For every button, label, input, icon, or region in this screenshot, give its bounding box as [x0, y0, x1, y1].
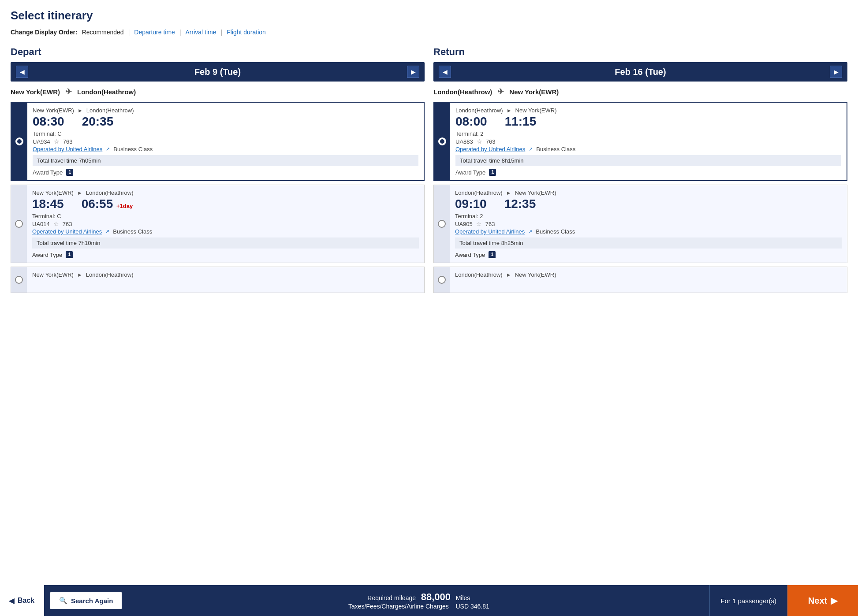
- mileage-value: 88,000: [421, 591, 451, 602]
- plane-icon: ✈: [65, 87, 72, 96]
- ret2-operated-link[interactable]: Operated by United Airlines: [455, 228, 525, 235]
- return-flight-3[interactable]: London(Heathrow) ► New York(EWR): [433, 267, 847, 293]
- depart-radio-3[interactable]: [15, 276, 23, 284]
- plane-icon: ✈: [497, 87, 504, 96]
- passenger-label: For 1 passenger(s): [720, 597, 776, 605]
- depart-radio-col-1: [11, 103, 27, 180]
- dep1-aircraft: 763: [63, 138, 73, 145]
- separator: |: [221, 29, 223, 36]
- dep2-travel-time: Total travel time 7h10min: [32, 237, 419, 249]
- ret1-award-type: Award Type 1: [455, 169, 841, 176]
- depart-next-date[interactable]: ▶: [407, 66, 419, 78]
- depart-flight-2-info: New York(EWR) ► London(Heathrow) 18:45 0…: [27, 185, 424, 263]
- ret2-flight-no: UA905: [455, 221, 473, 227]
- return-prev-date[interactable]: ◀: [439, 66, 451, 78]
- depart-flight-1-info: New York(EWR) ► London(Heathrow) 08:30 2…: [27, 103, 424, 180]
- footer-mileage: Required mileage 88,000 Miles Taxes/Fees…: [128, 591, 709, 610]
- dep2-award-badge: 1: [66, 251, 73, 258]
- return-date-nav: ◀ Feb 16 (Tue) ▶: [433, 62, 847, 82]
- depart-radio-col-3: [11, 267, 27, 293]
- next-label: Next: [808, 596, 827, 606]
- dep1-flight-no: UA934: [33, 138, 50, 145]
- ret1-arrive-time: 11:15: [505, 115, 537, 129]
- sort-arrival-time[interactable]: Arrival time: [186, 29, 216, 36]
- return-next-date[interactable]: ▶: [830, 66, 842, 78]
- next-button[interactable]: Next ▶: [787, 585, 858, 616]
- sort-flight-duration[interactable]: Flight duration: [227, 29, 266, 36]
- return-flight-3-route: London(Heathrow) ► New York(EWR): [455, 271, 842, 278]
- search-again-label: Search Again: [71, 597, 113, 605]
- dep1-operated: Operated by United Airlines ↗ Business C…: [33, 146, 418, 152]
- dep2-suffix: +1day: [116, 203, 133, 209]
- depart-flight-1[interactable]: New York(EWR) ► London(Heathrow) 08:30 2…: [11, 102, 425, 181]
- dep1-operated-link[interactable]: Operated by United Airlines: [33, 146, 102, 152]
- dep2-depart-time: 18:45: [32, 197, 64, 211]
- page-title: Select itinerary: [11, 9, 847, 22]
- dep2-dest: London(Heathrow): [86, 189, 134, 196]
- return-radio-3[interactable]: [438, 276, 446, 284]
- arrow-icon: ►: [507, 108, 512, 114]
- back-button[interactable]: ◀ Back: [0, 585, 44, 616]
- separator: |: [179, 29, 181, 36]
- ret1-class: Business Class: [536, 146, 575, 152]
- return-origin: London(Heathrow): [433, 88, 492, 96]
- ret1-operated-link[interactable]: Operated by United Airlines: [455, 146, 525, 152]
- depart-date: Feb 9 (Tue): [194, 67, 241, 77]
- depart-radio-col-2: [11, 185, 27, 263]
- back-arrow-icon: ◀: [9, 597, 14, 605]
- depart-route-bar: New York(EWR) ✈ London(Heathrow): [11, 85, 425, 98]
- ret1-travel-time: Total travel time 8h15min: [455, 155, 841, 166]
- ret2-award-badge: 1: [489, 251, 496, 258]
- return-flight-1-info: London(Heathrow) ► New York(EWR) 08:00 1…: [450, 103, 847, 180]
- return-date: Feb 16 (Tue): [615, 67, 666, 77]
- return-flight-1-times: 08:00 11:15: [455, 115, 841, 129]
- depart-flight-2[interactable]: New York(EWR) ► London(Heathrow) 18:45 0…: [11, 185, 425, 263]
- depart-radio-1[interactable]: [15, 137, 23, 145]
- arrow-icon: ►: [506, 190, 511, 196]
- mileage-unit: Miles: [456, 594, 470, 601]
- dep2-operated-link[interactable]: Operated by United Airlines: [32, 228, 102, 235]
- return-radio-2[interactable]: [438, 220, 446, 228]
- depart-prev-date[interactable]: ◀: [16, 66, 28, 78]
- dep2-flight-no: UA014: [32, 221, 50, 227]
- ret2-terminal: Terminal: 2: [455, 213, 842, 219]
- ret1-flight-no: UA883: [455, 138, 473, 145]
- return-radio-1[interactable]: [438, 137, 446, 145]
- return-radio-col-1: [434, 103, 450, 180]
- depart-flight-1-route: New York(EWR) ► London(Heathrow): [33, 107, 418, 114]
- return-flight-1-route: London(Heathrow) ► New York(EWR): [455, 107, 841, 114]
- dep1-travel-time: Total travel time 7h05min: [33, 155, 418, 166]
- star-icon: ☆: [54, 138, 60, 145]
- arrow-icon: ►: [77, 190, 82, 196]
- depart-radio-2[interactable]: [15, 220, 23, 228]
- star-icon: ☆: [477, 138, 482, 145]
- dep1-award-label: Award Type: [33, 169, 63, 176]
- star-icon: ☆: [53, 220, 59, 227]
- dep2-award-label: Award Type: [32, 252, 62, 258]
- dep2-operated: Operated by United Airlines ↗ Business C…: [32, 228, 419, 235]
- sort-departure-time[interactable]: Departure time: [134, 29, 175, 36]
- depart-destination: London(Heathrow): [77, 88, 136, 96]
- return-flight-3-info: London(Heathrow) ► New York(EWR): [450, 267, 847, 293]
- search-again-button[interactable]: 🔍 Search Again: [49, 591, 123, 610]
- next-arrow-icon: ▶: [831, 595, 837, 606]
- return-route-bar: London(Heathrow) ✈ New York(EWR): [433, 85, 847, 98]
- dep1-award-badge: 1: [66, 169, 73, 176]
- ret2-arrive-time: 12:35: [504, 197, 536, 211]
- ret1-operated: Operated by United Airlines ↗ Business C…: [455, 146, 841, 152]
- depart-flight-3[interactable]: New York(EWR) ► London(Heathrow): [11, 267, 425, 293]
- return-flight-2-info: London(Heathrow) ► New York(EWR) 09:10 1…: [450, 185, 847, 263]
- ret2-origin: London(Heathrow): [455, 189, 503, 196]
- mileage-label: Required mileage: [367, 594, 416, 601]
- depart-column: Depart ◀ Feb 9 (Tue) ▶ New York(EWR) ✈ L…: [11, 46, 425, 297]
- dep3-dest: London(Heathrow): [86, 271, 134, 278]
- return-flight-2-times: 09:10 12:35: [455, 197, 842, 211]
- external-link-icon: ↗: [528, 229, 532, 234]
- depart-flight-2-route: New York(EWR) ► London(Heathrow): [32, 189, 419, 196]
- dep1-depart-time: 08:30: [33, 115, 64, 129]
- return-flight-2[interactable]: London(Heathrow) ► New York(EWR) 09:10 1…: [433, 185, 847, 263]
- depart-flight-3-info: New York(EWR) ► London(Heathrow): [27, 267, 424, 293]
- arrow-icon: ►: [78, 108, 83, 114]
- return-flight-1[interactable]: London(Heathrow) ► New York(EWR) 08:00 1…: [433, 102, 847, 181]
- ret2-class: Business Class: [536, 228, 575, 235]
